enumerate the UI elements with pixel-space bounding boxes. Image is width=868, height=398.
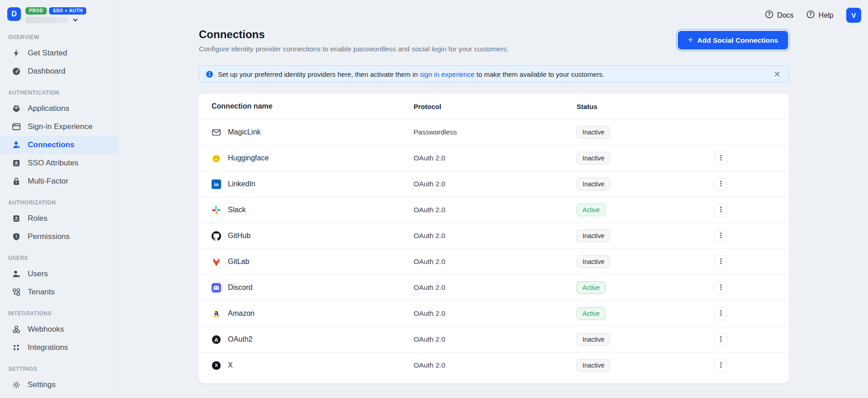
sidebar-item-integrations[interactable]: Integrations [0, 338, 118, 357]
sidebar-item-label: SSO Attributes [28, 159, 79, 168]
sidebar: D PROD SSO + AUTH OVERVIEW Get Started D… [0, 0, 118, 398]
cube-icon [12, 104, 21, 113]
table-row: Huggingface OAuth 2.0 Inactive [199, 145, 789, 171]
slack-icon [212, 205, 221, 215]
column-header-status: Status [577, 103, 714, 110]
sidebar-item-tenants[interactable]: Tenants [0, 283, 118, 301]
project-switcher[interactable] [25, 17, 86, 23]
user-plus-icon [12, 269, 21, 279]
gauge-icon [12, 67, 21, 76]
sidebar-item-label: Get Started [28, 49, 67, 58]
sso-auth-badge: SSO + AUTH [49, 7, 86, 15]
connection-protocol: OAuth 2.0 [414, 258, 577, 266]
row-actions-menu-button[interactable] [714, 204, 727, 217]
connection-name: LinkedIn [228, 180, 256, 188]
table-row: a Amazon OAuth 2.0 Active [199, 300, 789, 326]
gear-icon [12, 380, 21, 389]
sidebar-item-webhooks[interactable]: Webhooks [0, 320, 118, 338]
connection-name: X [228, 361, 233, 369]
oauth2-icon: A [212, 335, 221, 344]
project-name-redacted [25, 17, 69, 23]
row-actions-menu-button[interactable] [714, 281, 727, 294]
connection-name: OAuth2 [228, 335, 252, 343]
svg-text:X: X [215, 363, 218, 368]
sidebar-item-label: Roles [28, 214, 47, 223]
discord-icon [212, 283, 221, 293]
svg-text:a: a [214, 309, 218, 317]
sidebar-item-dashboard[interactable]: Dashboard [0, 62, 118, 80]
sign-in-experience-link[interactable]: sign in experience [419, 70, 474, 78]
sidebar-item-label: Permissions [28, 232, 70, 241]
question-circle-icon: ? [806, 10, 815, 20]
sidebar-section-label: OVERVIEW [0, 34, 118, 40]
connection-protocol: OAuth 2.0 [414, 361, 577, 369]
id-card-icon [12, 159, 21, 168]
kebab-icon [718, 206, 724, 214]
connections-table: Connection name Protocol Status MagicLin… [199, 94, 789, 383]
sidebar-item-label: Tenants [28, 288, 55, 297]
sidebar-item-sign-in-experience[interactable]: Sign-in Experience [0, 118, 118, 136]
connection-name: GitLab [228, 258, 249, 266]
sidebar-item-connections[interactable]: Connections [0, 136, 118, 154]
kebab-icon [718, 154, 724, 162]
connection-protocol: OAuth 2.0 [414, 335, 577, 343]
info-icon [206, 70, 213, 78]
sidebar-section-label: INTEGRATIONS [0, 310, 118, 317]
status-badge: Active [577, 307, 606, 320]
row-actions-menu-button[interactable] [714, 333, 727, 346]
row-actions-menu-button[interactable] [714, 307, 727, 320]
connection-protocol: OAuth 2.0 [414, 309, 577, 318]
sidebar-item-sso-attributes[interactable]: SSO Attributes [0, 154, 118, 172]
connection-protocol: OAuth 2.0 [414, 284, 577, 292]
table-row: Discord OAuth 2.0 Active [199, 274, 789, 300]
status-badge: Inactive [577, 152, 610, 164]
sidebar-item-applications[interactable]: Applications [0, 100, 118, 118]
connection-name: GitHub [228, 232, 251, 240]
help-link[interactable]: ? Help [806, 10, 833, 20]
row-actions-menu-button[interactable] [714, 229, 727, 243]
prod-badge: PROD [25, 7, 47, 15]
table-header-row: Connection name Protocol Status [199, 94, 789, 119]
sidebar-item-label: Applications [28, 104, 69, 113]
row-actions-menu-button[interactable] [714, 359, 727, 372]
sidebar-section-label: AUTHORIZATION [0, 199, 118, 206]
sidebar-item-roles[interactable]: Roles [0, 209, 118, 228]
sidebar-item-permissions[interactable]: Permissions [0, 228, 118, 246]
connection-name: Huggingface [228, 154, 269, 162]
kebab-icon [718, 180, 724, 188]
sidebar-item-label: Integrations [28, 343, 68, 352]
sidebar-item-label: Sign-in Experience [28, 122, 93, 131]
kebab-icon [718, 258, 724, 266]
page-subtitle: Configure identity provider connections … [199, 45, 789, 53]
sidebar-item-multi-factor[interactable]: Multi-Factor [0, 172, 118, 190]
row-actions-menu-button[interactable] [714, 178, 727, 191]
row-actions-menu-button[interactable] [714, 255, 727, 269]
sidebar-item-label: Connections [28, 140, 74, 149]
status-badge: Inactive [577, 126, 610, 139]
page-title: Connections [199, 28, 789, 41]
hierarchy-icon [12, 288, 21, 297]
sidebar-item-users[interactable]: Users [0, 265, 118, 283]
connection-protocol: Passwordless [414, 128, 577, 136]
brand-logo[interactable]: D [7, 7, 21, 21]
table-row: MagicLink Passwordless Inactive [199, 119, 789, 145]
table-row: GitLab OAuth 2.0 Inactive [199, 249, 789, 274]
lightning-icon [12, 49, 21, 58]
kebab-icon [718, 310, 724, 318]
info-banner: Set up your preferred identity providers… [199, 65, 789, 83]
sidebar-section-label: SETTINGS [0, 366, 118, 372]
status-badge: Inactive [577, 229, 610, 242]
table-row: in LinkedIn OAuth 2.0 Inactive [199, 171, 789, 197]
sidebar-item-settings[interactable]: Settings [0, 376, 118, 394]
close-icon[interactable] [772, 69, 782, 79]
status-badge: Inactive [577, 359, 610, 372]
connection-name: MagicLink [228, 128, 261, 136]
svg-text:?: ? [809, 12, 812, 17]
chevron-down-icon[interactable] [72, 17, 79, 23]
environment-badges: PROD SSO + AUTH [25, 7, 86, 15]
row-actions-menu-button[interactable] [714, 152, 727, 165]
sidebar-item-get-started[interactable]: Get Started [0, 44, 118, 62]
status-badge: Inactive [577, 333, 610, 346]
user-avatar[interactable]: V [846, 8, 861, 23]
connection-protocol: OAuth 2.0 [414, 206, 577, 214]
